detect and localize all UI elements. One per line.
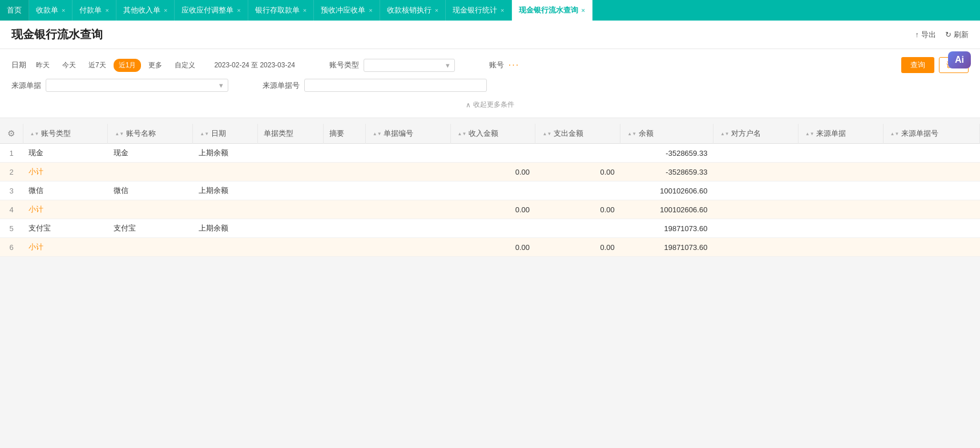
sort-icon[interactable]: ▲▼ <box>890 131 900 136</box>
nav-tab-adjustment[interactable]: 应收应付调整单 × <box>175 0 248 21</box>
row-doc-no <box>365 219 450 238</box>
sort-icon[interactable]: ▲▼ <box>627 131 636 136</box>
row-summary <box>323 144 365 163</box>
close-icon[interactable]: × <box>237 7 240 14</box>
export-label: 导出 <box>921 30 936 40</box>
row-account-name <box>108 200 193 219</box>
filter-row-1: 日期 昨天 今天 近7天 近1月 更多 自定义 2023-02-24 至 202… <box>11 57 969 73</box>
row-source-doc-no <box>883 181 979 200</box>
close-icon[interactable]: × <box>369 7 372 14</box>
source-doc-select[interactable]: ▾ <box>46 79 228 92</box>
date-btn-1month[interactable]: 近1月 <box>114 59 142 72</box>
gear-icon[interactable]: ⚙ <box>7 128 15 138</box>
account-type-select[interactable]: ▾ <box>364 59 455 72</box>
table-row[interactable]: 6小计0.000.0019871073.60 <box>0 238 980 257</box>
row-seq: 6 <box>0 238 23 257</box>
date-btn-custom[interactable]: 自定义 <box>170 59 200 72</box>
nav-tab-cashflow[interactable]: 现金银行流水查询 × <box>512 0 592 21</box>
table-row[interactable]: 5支付宝支付宝上期余额19871073.60 <box>0 219 980 238</box>
table-row[interactable]: 4小计0.000.00100102606.60 <box>0 200 980 219</box>
row-counterpart <box>713 200 798 219</box>
table-row[interactable]: 2小计0.000.00-3528659.33 <box>0 163 980 181</box>
tab-label: 应收应付调整单 <box>182 5 233 15</box>
row-doc-type <box>257 219 323 238</box>
row-account-name <box>108 238 193 257</box>
col-expense: ▲▼ 支出金额 <box>535 124 620 144</box>
close-icon[interactable]: × <box>303 7 306 14</box>
date-btn-yesterday[interactable]: 昨天 <box>31 59 55 72</box>
row-doc-no <box>365 144 450 163</box>
row-source-doc-no <box>883 144 979 163</box>
nav-tab-fukuan[interactable]: 付款单 × <box>72 0 116 21</box>
row-account-type: 小计 <box>23 238 108 257</box>
row-source-doc-no <box>883 219 979 238</box>
nav-tab-shoukuan[interactable]: 收款单 × <box>29 0 72 21</box>
sort-icon[interactable]: ▲▼ <box>373 131 382 136</box>
row-date: 上期余额 <box>193 181 257 200</box>
row-doc-type <box>257 238 323 257</box>
nav-tab-home[interactable]: 首页 <box>0 0 29 21</box>
table-container: ⚙ ▲▼ 账号类型 ▲▼ 账号名称 ▲▼ 日期 单据类型 摘要 ▲▼ <box>0 124 980 257</box>
close-icon[interactable]: × <box>62 7 65 14</box>
row-income <box>450 219 535 238</box>
row-doc-type <box>257 144 323 163</box>
row-doc-no <box>365 200 450 219</box>
source-doc-label: 来源单据 <box>11 80 41 91</box>
source-doc-no-input[interactable] <box>304 79 487 92</box>
sort-icon[interactable]: ▲▼ <box>458 131 467 136</box>
nav-tab-verify[interactable]: 收款核销执行 × <box>380 0 446 21</box>
close-icon[interactable]: × <box>105 7 108 14</box>
nav-tab-bank-deposit[interactable]: 银行存取款单 × <box>248 0 314 21</box>
row-balance: 100102606.60 <box>620 181 713 200</box>
refresh-label: 刷新 <box>954 30 969 40</box>
table-row[interactable]: 3微信微信上期余额100102606.60 <box>0 181 980 200</box>
row-doc-no <box>365 181 450 200</box>
refresh-button[interactable]: ↻ 刷新 <box>945 30 969 40</box>
col-counterpart: ▲▼ 对方户名 <box>713 124 798 144</box>
close-icon[interactable]: × <box>435 7 438 14</box>
row-income: 0.00 <box>450 238 535 257</box>
table-row[interactable]: 1现金现金上期余额-3528659.33 <box>0 144 980 163</box>
row-seq: 2 <box>0 163 23 181</box>
tab-label: 现金银行流水查询 <box>519 5 578 15</box>
sort-icon[interactable]: ▲▼ <box>542 131 551 136</box>
home-label: 首页 <box>7 5 22 15</box>
sort-icon[interactable]: ▲▼ <box>200 131 209 136</box>
row-seq: 1 <box>0 144 23 163</box>
row-balance: 100102606.60 <box>620 200 713 219</box>
sort-icon[interactable]: ▲▼ <box>115 131 124 136</box>
row-doc-no <box>365 238 450 257</box>
sort-icon[interactable]: ▲▼ <box>720 131 729 136</box>
data-table: ⚙ ▲▼ 账号类型 ▲▼ 账号名称 ▲▼ 日期 单据类型 摘要 ▲▼ <box>0 124 980 257</box>
source-doc-no-label: 来源单据号 <box>263 80 300 91</box>
collapse-bar[interactable]: ∧ 收起更多条件 <box>11 98 969 112</box>
close-icon[interactable]: × <box>582 7 585 14</box>
collapse-arrow-icon: ∧ <box>466 101 471 109</box>
date-filter: 日期 昨天 今天 近7天 近1月 更多 自定义 <box>11 59 200 72</box>
page-title: 现金银行流水查询 <box>11 27 103 42</box>
account-type-label: 账号类型 <box>329 60 359 70</box>
row-income: 0.00 <box>450 200 535 219</box>
date-btn-more[interactable]: 更多 <box>143 59 167 72</box>
date-btn-today[interactable]: 今天 <box>57 59 81 72</box>
row-source-doc-no <box>883 238 979 257</box>
row-summary <box>323 219 365 238</box>
sort-icon[interactable]: ▲▼ <box>805 131 814 136</box>
filter-row-2: 来源单据 ▾ 来源单据号 <box>11 79 969 92</box>
export-button[interactable]: ↑ 导出 <box>916 30 937 40</box>
row-account-name: 现金 <box>108 144 193 163</box>
date-btn-7days[interactable]: 近7天 <box>83 59 111 72</box>
close-icon[interactable]: × <box>501 7 504 14</box>
row-expense <box>535 219 620 238</box>
col-date: ▲▼ 日期 <box>193 124 257 144</box>
close-icon[interactable]: × <box>164 7 167 14</box>
row-account-type: 现金 <box>23 144 108 163</box>
nav-tab-other-income[interactable]: 其他收入单 × <box>116 0 175 21</box>
nav-tab-prepaid[interactable]: 预收冲应收单 × <box>314 0 380 21</box>
nav-tab-stats[interactable]: 现金银行统计 × <box>446 0 511 21</box>
sort-icon[interactable]: ▲▼ <box>30 131 39 136</box>
account-ellipsis[interactable]: ··· <box>509 60 519 70</box>
query-button[interactable]: 查询 <box>901 57 934 73</box>
row-date <box>193 238 257 257</box>
ai-badge[interactable]: Ai <box>948 51 971 68</box>
